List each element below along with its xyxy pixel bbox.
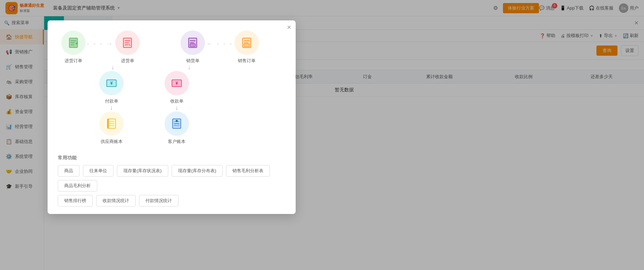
customer-ledger-label: 客户账本 (168, 139, 186, 145)
func-btn-goods[interactable]: 商品 (58, 165, 80, 177)
sales-bill-circle[interactable] (180, 31, 205, 55)
flow-node-supplier-ledger: 供应商账本 (99, 111, 124, 145)
func-btn-payment-stats[interactable]: 付款情况统计 (139, 195, 178, 206)
arrow-purchase-to-bill: - - - → (87, 40, 114, 54)
supplier-ledger-icon (105, 118, 118, 130)
modal-close-button[interactable]: ✕ (285, 23, 293, 31)
func-btn-contacts[interactable]: 往来单位 (83, 165, 114, 177)
arrow-down-receipt: ↓ (164, 104, 189, 111)
svg-rect-15 (244, 44, 249, 47)
sales-order-icon (241, 37, 253, 49)
payment-bill-label: 付款单 (105, 98, 118, 104)
purchase-order-label: 进货订单 (65, 58, 82, 64)
sales-order-label: 销售订单 (238, 58, 256, 64)
modal-overlay[interactable]: ✕ (44, 16, 644, 270)
main-area: 🔍 搜索菜单 🏠 快捷导航 📢 营销推广 🛒 销售管理 🛍 采购管理 📦 (0, 16, 644, 270)
sales-order-circle[interactable] (234, 31, 259, 55)
purchase-order-icon (67, 37, 80, 49)
content-area: 首页 销售订单执行表 ✕ ✕ ❓ 帮助 🖨 按模板打印 ▼ (44, 16, 644, 270)
arrow-down-purchase: ↓ (86, 64, 126, 71)
common-functions-area: 常用功能 商品 往来单位 现存量(库存状况表) 现存量(库存分布表) 销售毛利分… (48, 151, 296, 214)
modal-box: ✕ (48, 20, 296, 214)
svg-point-29 (176, 120, 178, 122)
supplier-ledger-circle[interactable] (99, 111, 124, 136)
func-btn-goods-profit[interactable]: 商品毛利分析 (58, 180, 97, 192)
flow-node-sales-bill: 销货单 (180, 31, 205, 64)
svg-text:¥: ¥ (110, 80, 113, 86)
sales-bill-label: 销货单 (186, 58, 199, 64)
purchase-bill-label: 进货单 (121, 58, 134, 64)
flow-node-purchase-order: 进货订单 (61, 31, 86, 64)
payment-bill-circle[interactable]: ¥ (99, 71, 124, 95)
arrow-down-sales: ↓ (167, 64, 208, 71)
func-btn-sales-ranking[interactable]: 销售排行榜 (58, 195, 93, 206)
flow-node-sales-order: 销售订单 (234, 31, 259, 64)
svg-rect-24 (107, 119, 109, 128)
receipt-bill-circle[interactable]: ¥ (164, 71, 189, 95)
svg-text:¥: ¥ (175, 80, 178, 86)
supplier-ledger-label: 供应商账本 (101, 139, 123, 145)
flow-node-purchase-bill: 进货单 (115, 31, 140, 64)
customer-ledger-circle[interactable] (164, 111, 189, 136)
func-btn-stock-dist[interactable]: 现存量(库存分布表) (172, 165, 223, 177)
flow-node-receipt-bill: ¥ 收款单 (164, 71, 189, 104)
flow-diagram: 进货订单 - - - → (48, 20, 296, 151)
purchase-bill-icon (121, 37, 134, 49)
purchase-bill-circle[interactable] (115, 31, 140, 55)
flow-node-customer-ledger: 客户账本 (164, 111, 189, 145)
purchase-order-circle[interactable] (61, 31, 86, 55)
sales-bill-icon (187, 37, 199, 49)
payment-bill-icon: ¥ (105, 77, 118, 89)
function-buttons-row2: 销售排行榜 收款情况统计 付款情况统计 (58, 195, 285, 206)
func-btn-stock-status[interactable]: 现存量(库存状况表) (117, 165, 168, 177)
arrow-down-payment: ↓ (99, 104, 124, 111)
function-buttons-row1: 商品 往来单位 现存量(库存状况表) 现存量(库存分布表) 销售毛利分析表 商品… (58, 165, 285, 192)
func-btn-sales-profit[interactable]: 销售毛利分析表 (226, 165, 270, 177)
svg-rect-11 (190, 44, 195, 47)
common-functions-title: 常用功能 (58, 155, 285, 161)
customer-ledger-icon (171, 118, 183, 130)
func-btn-receipt-stats[interactable]: 收款情况统计 (96, 195, 136, 206)
arrow-sales-order-to-bill: ← - - - (206, 40, 233, 54)
flow-node-payment-bill: ¥ 付款单 (99, 71, 124, 104)
receipt-bill-label: 收款单 (170, 98, 184, 104)
receipt-bill-icon: ¥ (171, 77, 183, 89)
app-container: 🎯 畅康通好生意 标准版 装备及固定资产辅助管理系统 ▼ ⚙ 体验行业方案 💬 … (0, 0, 644, 270)
